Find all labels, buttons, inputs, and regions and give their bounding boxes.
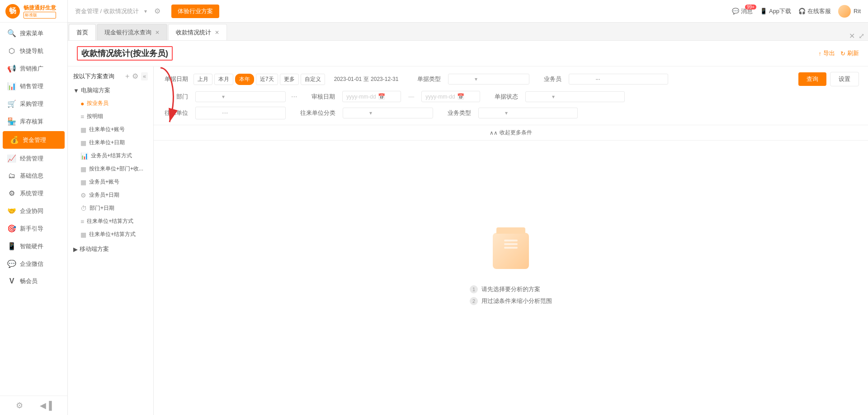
settings-btn[interactable]: 设置 xyxy=(830,72,859,86)
sidebar-item-member[interactable]: V 畅会员 xyxy=(0,273,67,290)
date-btn-more[interactable]: 更多 xyxy=(280,74,299,85)
tab-home-label: 首页 xyxy=(76,28,88,37)
sidebar-item-marketing[interactable]: 📢 营销推广 xyxy=(0,60,67,77)
department-more-icon[interactable]: ··· xyxy=(291,93,297,101)
sales-icon: 📊 xyxy=(7,82,16,90)
voucher-status-select[interactable]: ▾ xyxy=(525,91,625,102)
member-icon: V xyxy=(7,277,16,285)
tree-item-unit-date-label: 往来单位+日期 xyxy=(89,139,125,146)
user-avatar[interactable] xyxy=(838,5,851,18)
business-type-label: 业务类型 xyxy=(448,109,471,116)
review-date-start[interactable]: yyyy-mm-dd 📅 xyxy=(342,91,401,102)
date-btn-custom[interactable]: 自定义 xyxy=(301,74,325,85)
tree-item-unit-settle2[interactable]: ▦ 往来单位+结算方式 xyxy=(68,228,153,241)
tree-section-mobile-header[interactable]: ▶ 移动端方案 xyxy=(68,243,153,255)
online-service-label: 在线客服 xyxy=(807,7,831,15)
tree-item-dept-date[interactable]: ⏱ 部门+日期 xyxy=(68,202,153,215)
tree-item-sp-account-icon: ▦ xyxy=(80,179,86,186)
salesperson-select[interactable]: ··· xyxy=(569,74,668,85)
collapse-sidebar-icon[interactable]: ◀▐ xyxy=(40,401,52,410)
tree-item-detail[interactable]: ≡ 按明细 xyxy=(68,110,153,123)
tree-item-salesperson-label: 按业务员 xyxy=(87,99,108,107)
tree-item-detail-label: 按明细 xyxy=(87,113,103,120)
sidebar-item-inventory[interactable]: 🏪 库存核算 xyxy=(0,113,67,130)
try-industry-btn[interactable]: 体验行业方案 xyxy=(171,5,219,18)
tab-collection-close[interactable]: ✕ xyxy=(215,29,219,36)
voucher-type-select[interactable]: ▾ xyxy=(448,74,529,85)
department-select[interactable]: ▾ xyxy=(195,91,286,102)
filter-row-1: 单据日期 上月 本月 本年 近7天 更多 自定义 2023-01-01 至 20… xyxy=(163,72,859,86)
panel-collapse-btn[interactable]: « xyxy=(141,72,148,80)
tree-item-unit-account[interactable]: ▦ 往来单位+账号 xyxy=(68,123,153,136)
tree-item-sp-date-icon: ⚙ xyxy=(80,192,86,199)
tree-item-unit-dept[interactable]: ▦ 按往来单位+部门+收... xyxy=(68,162,153,175)
counterpart-more-icon: ··· xyxy=(222,109,228,117)
tree-item-salesperson-settlement[interactable]: 📊 业务员+结算方式 xyxy=(68,149,153,162)
tree-item-unit-settle1[interactable]: ≡ 往来单位+结算方式 xyxy=(68,215,153,228)
business-type-select[interactable]: ▾ xyxy=(478,108,578,118)
tab-cashflow-close[interactable]: ✕ xyxy=(155,29,160,36)
counterpart-select[interactable]: ··· xyxy=(195,107,286,119)
topbar-gear-icon[interactable]: ⚙ xyxy=(152,5,162,17)
add-scheme-btn[interactable]: + xyxy=(125,72,129,80)
app-download-btn[interactable]: 📱 App下载 xyxy=(760,7,791,15)
sidebar-item-search-menu[interactable]: 🔍 搜索菜单 xyxy=(0,24,67,42)
refresh-label: 刷新 xyxy=(847,49,859,57)
tree-item-sp-settlement-icon: 📊 xyxy=(80,152,88,160)
sidebar-item-sales[interactable]: 📊 销售管理 xyxy=(0,77,67,95)
date-btn-7days[interactable]: 近7天 xyxy=(256,74,278,85)
sidebar-bottom: ⚙ ◀▐ xyxy=(0,396,67,415)
tree-item-sp-account[interactable]: ▦ 业务员+账号 xyxy=(68,175,153,189)
sidebar-item-hardware[interactable]: 📱 智能硬件 xyxy=(0,237,67,255)
sidebar-item-guide[interactable]: 🎯 新手引导 xyxy=(0,220,67,237)
messages-btn[interactable]: 💬 消息 99+ xyxy=(732,7,753,15)
panel-header: 按以下方案查询 + ⚙ « xyxy=(68,72,153,84)
collapse-more-btn[interactable]: ∧∧ 收起更多条件 xyxy=(154,125,868,141)
date-btn-this-month[interactable]: 本月 xyxy=(214,74,233,85)
step-2-circle: 2 xyxy=(470,297,478,305)
window-maximize-btn[interactable]: ⤢ xyxy=(859,32,864,40)
date-btn-last-month[interactable]: 上月 xyxy=(193,74,212,85)
sidebar-item-system[interactable]: ⚙ 系统管理 xyxy=(0,184,67,202)
sidebar-item-enterprise[interactable]: 🤝 企业协同 xyxy=(0,202,67,220)
empty-state: 1 请先选择要分析的方案 2 用过滤条件来缩小分析范围 xyxy=(154,141,868,415)
sidebar-item-quick-nav[interactable]: ⬡ 快捷导航 xyxy=(0,42,67,60)
review-date-end[interactable]: yyyy-mm-dd 📅 xyxy=(421,91,480,102)
topbar-dropdown-icon[interactable]: ▾ xyxy=(144,8,147,14)
tab-cashflow[interactable]: 现金银行流水查询 ✕ xyxy=(97,24,167,40)
tree-item-unit-date[interactable]: ▦ 往来单位+日期 xyxy=(68,136,153,149)
tab-home[interactable]: 首页 xyxy=(69,24,96,40)
tree-expand-icon: ▼ xyxy=(73,87,79,94)
tree-item-active-icon: ● xyxy=(80,100,84,107)
online-service-btn[interactable]: 🎧 在线客服 xyxy=(798,7,831,15)
content-area: 按以下方案查询 + ⚙ « ▼ 电脑端方案 ● 按业务员 ≡ xyxy=(68,66,868,415)
window-close-btn[interactable]: ✕ xyxy=(849,32,855,40)
tree-item-sp-date[interactable]: ⚙ 业务员+日期 xyxy=(68,189,153,202)
refresh-btn[interactable]: ↻ 刷新 xyxy=(840,49,859,57)
tree-mobile-expand-icon: ▶ xyxy=(73,246,78,253)
calendar-start-icon: 📅 xyxy=(378,93,385,100)
export-btn[interactable]: ↑ 导出 xyxy=(819,49,835,57)
tree-item-dept-date-label: 部门+日期 xyxy=(90,204,114,212)
sidebar-item-wechat[interactable]: 💬 企业微信 xyxy=(0,255,67,273)
query-btn[interactable]: 查询 xyxy=(798,72,826,86)
tree-section-mobile: ▶ 移动端方案 xyxy=(68,243,153,255)
sidebar-item-operations[interactable]: 📈 经营管理 xyxy=(0,150,67,167)
date-btn-this-year[interactable]: 本年 xyxy=(235,74,254,85)
sidebar-item-finance[interactable]: 💰 资金管理 xyxy=(3,131,65,149)
voucher-type-label: 单据类型 xyxy=(417,75,441,82)
messages-badge: 99+ xyxy=(745,5,756,9)
voucher-status-label: 单据状态 xyxy=(495,93,518,100)
review-date-end-placeholder: yyyy-mm-dd xyxy=(425,94,455,100)
tab-collection[interactable]: 收款情况统计 ✕ xyxy=(168,24,227,40)
tree-item-dept-date-icon: ⏱ xyxy=(80,205,87,212)
right-content: 单据日期 上月 本月 本年 近7天 更多 自定义 2023-01-01 至 20… xyxy=(154,66,868,415)
voucher-status-arrow-icon: ▾ xyxy=(552,94,555,100)
tree-section-pc-header[interactable]: ▼ 电脑端方案 xyxy=(68,84,153,97)
scheme-settings-btn[interactable]: ⚙ xyxy=(132,72,138,80)
sidebar-item-purchase[interactable]: 🛒 采购管理 xyxy=(0,95,67,113)
settings-bottom-icon[interactable]: ⚙ xyxy=(16,401,23,410)
counterpart-category-select[interactable]: ▾ xyxy=(343,108,433,118)
sidebar-item-basic-info[interactable]: 🗂 基础信息 xyxy=(0,167,67,184)
tree-item-salesperson[interactable]: ● 按业务员 xyxy=(68,97,153,110)
